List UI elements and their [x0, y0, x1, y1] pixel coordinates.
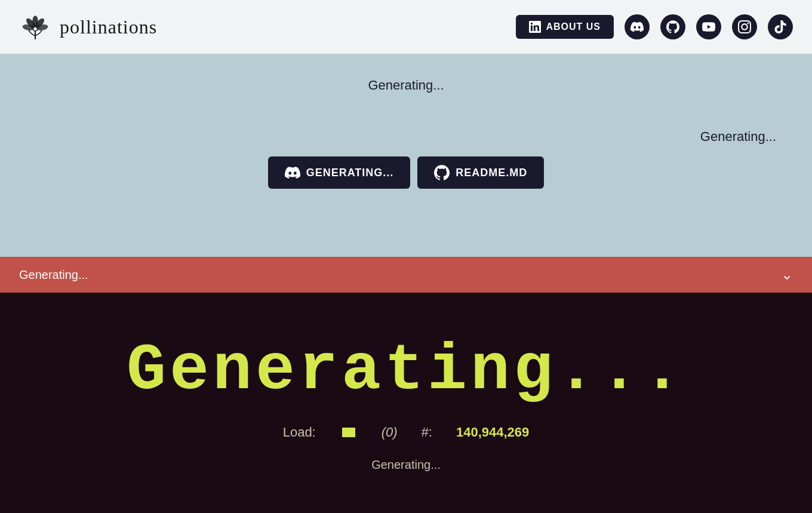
- generating-bottom-text: Generating...: [371, 458, 441, 472]
- chevron-down-icon: ⌄: [781, 266, 793, 283]
- discord-btn-icon: [285, 165, 300, 180]
- about-us-button[interactable]: ABOUT US: [516, 15, 614, 39]
- generating-top-right: Generating...: [36, 129, 776, 145]
- linkedin-icon: [529, 21, 541, 33]
- youtube-social-icon[interactable]: [696, 14, 721, 39]
- red-banner[interactable]: Generating... ⌄: [0, 257, 812, 293]
- action-buttons-row: GENERATING... README.MD: [36, 156, 776, 189]
- logo-icon: [19, 11, 51, 43]
- big-generating-text: Generating...: [127, 334, 685, 407]
- discord-generating-button[interactable]: GENERATING...: [268, 156, 411, 189]
- discord-icon: [630, 20, 644, 33]
- load-indicator-box: [342, 428, 355, 437]
- discord-social-icon[interactable]: [625, 14, 650, 39]
- about-us-label: ABOUT US: [546, 21, 601, 32]
- github-icon: [666, 20, 679, 33]
- stats-row: Load: (0) #: 140,944,269: [283, 425, 530, 440]
- header: pollinations ABOUT US: [0, 0, 812, 54]
- readme-btn-label: README.MD: [456, 167, 527, 179]
- hash-label: #:: [422, 425, 432, 440]
- logo-text: pollinations: [60, 16, 157, 38]
- nav-area: ABOUT US: [516, 14, 793, 39]
- instagram-social-icon[interactable]: [732, 14, 757, 39]
- tiktok-social-icon[interactable]: [768, 14, 793, 39]
- readme-button[interactable]: README.MD: [417, 156, 544, 189]
- github-btn-icon: [434, 165, 450, 180]
- generating-top-center: Generating...: [36, 78, 776, 93]
- load-label: Load:: [283, 425, 316, 440]
- youtube-icon: [702, 20, 715, 33]
- banner-text: Generating...: [19, 268, 88, 282]
- load-value: (0): [382, 425, 398, 440]
- dark-section: Generating... Load: (0) #: 140,944,269 G…: [0, 293, 812, 513]
- github-social-icon[interactable]: [660, 14, 685, 39]
- instagram-icon: [738, 20, 751, 33]
- discord-btn-label: GENERATING...: [306, 167, 394, 179]
- hash-value: 140,944,269: [456, 425, 529, 440]
- logo-area: pollinations: [19, 11, 157, 43]
- tiktok-icon: [774, 20, 787, 33]
- main-section: Generating... Generating... GENERATING..…: [0, 54, 812, 257]
